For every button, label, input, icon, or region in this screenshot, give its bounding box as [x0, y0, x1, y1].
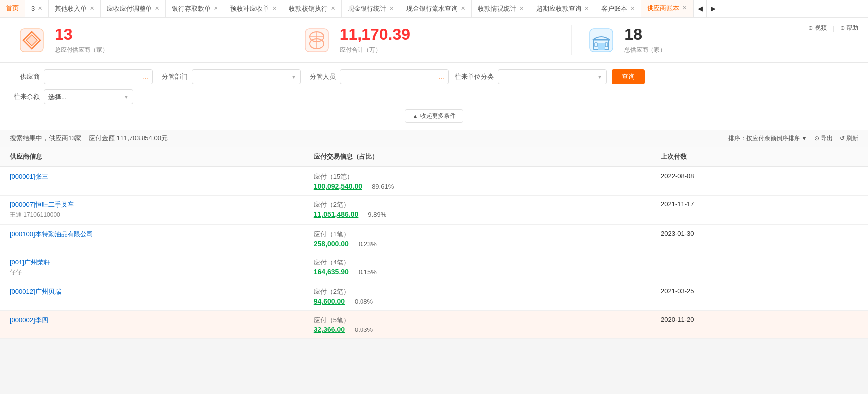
- nav-tab-other-income-label: 其他收入单: [55, 4, 87, 13]
- nav-tab-collection-exec[interactable]: 收款核销执行 ✕: [283, 0, 342, 18]
- svg-rect-10: [598, 43, 605, 50]
- help-link[interactable]: ⊙ 帮助: [840, 24, 858, 32]
- summary-content-payable-suppliers: 13 总应付供应商（家）: [55, 26, 108, 54]
- supplier-input[interactable]: [48, 73, 143, 81]
- result-amount-text: 应付金额 111,703,854.00元: [89, 134, 168, 142]
- category-select-wrapper[interactable]: ▼: [498, 69, 607, 84]
- nav-tab-other-income[interactable]: 其他收入单 ✕: [49, 0, 101, 18]
- result-summary: 搜索结果中，供应商13家 应付金额 111,703,854.00元: [10, 134, 168, 143]
- refresh-icon: ↺: [840, 135, 845, 142]
- collapse-button[interactable]: ▲ 收起更多条件: [405, 109, 463, 123]
- filter-area: 供应商 ... 分管部门 ▼ 分管人员 ...: [0, 63, 868, 130]
- nav-tab-supplier-account-close[interactable]: ✕: [682, 5, 687, 11]
- payable-amount[interactable]: 94,600.00: [314, 297, 345, 305]
- nav-tab-cash-bank-stat[interactable]: 现金银行统计 ✕: [342, 0, 400, 18]
- nav-tab-cash-bank-stat-close[interactable]: ✕: [389, 5, 394, 12]
- export-button[interactable]: ⊙ 导出: [814, 134, 833, 143]
- dept-select-wrapper[interactable]: ▼: [192, 69, 301, 84]
- video-link[interactable]: ⊙ 视频: [808, 24, 826, 32]
- table-row: [000100]本特勤油品有限公司 应付（1笔） 258,000.00 0.23…: [0, 225, 868, 253]
- supplier-sub-info: 王通 17106110000: [10, 211, 294, 219]
- links-divider: |: [833, 25, 834, 32]
- supplier-filter-group: 供应商 ...: [10, 69, 153, 84]
- nav-tab-overdue-query[interactable]: 超期应收款查询 ✕: [530, 0, 595, 18]
- nav-tab-customer-account[interactable]: 客户账本 ✕: [595, 0, 641, 18]
- nav-tab-home[interactable]: 首页: [0, 0, 25, 18]
- filter-row-1: 供应商 ... 分管部门 ▼ 分管人员 ...: [10, 69, 858, 84]
- nav-tab-cash-bank-flow-close[interactable]: ✕: [461, 5, 465, 12]
- supplier-link[interactable]: [000007]恒旺二手叉车: [10, 201, 74, 208]
- col-header-supplier-info: 供应商信息: [0, 147, 304, 167]
- supplier-link[interactable]: [000002]李四: [10, 316, 48, 324]
- supplier-input-wrapper[interactable]: ...: [44, 69, 153, 84]
- balance-filter-label: 往来余额: [10, 92, 40, 101]
- nav-tab-bank-deposit-close[interactable]: ✕: [214, 5, 218, 12]
- category-filter-group: 往来单位分类 ▼: [454, 69, 607, 84]
- nav-tab-other-income-close[interactable]: ✕: [90, 5, 94, 12]
- nav-arrow-right[interactable]: ▶: [706, 0, 719, 18]
- payable-amount[interactable]: 258,000.00: [314, 240, 349, 248]
- summary-item-payable-total: 11,170.39 应付合计（万）: [287, 25, 572, 55]
- nav-tab-bank-deposit-label: 银行存取款单: [172, 4, 211, 13]
- nav-tab-3-close[interactable]: ✕: [38, 5, 42, 12]
- nav-tab-collection-stat[interactable]: 收款情况统计 ✕: [472, 0, 530, 18]
- last-pay-date: 2022-08-08: [661, 172, 694, 180]
- balance-select-wrapper[interactable]: 选择... ▼: [44, 89, 133, 104]
- person-dots[interactable]: ...: [438, 73, 444, 81]
- table-row: [000002]李四 应付（5笔） 32,366.00 0.03% 2020-1…: [0, 311, 868, 339]
- table-row: [001]广州荣轩仔仔 应付（4笔） 164,635.90 0.15%: [0, 253, 868, 282]
- nav-tab-customer-account-label: 客户账本: [601, 4, 627, 13]
- col-header-payable-info: 应付交易信息（占比）: [304, 147, 651, 167]
- supplier-filter-label: 供应商: [10, 72, 40, 81]
- total-suppliers-number: 18: [624, 26, 666, 43]
- refresh-button[interactable]: ↺ 刷新: [840, 134, 858, 143]
- sort-dropdown-icon[interactable]: ▼: [801, 135, 807, 142]
- table-row: [000007]恒旺二手叉车王通 17106110000 应付（2笔） 11,0…: [0, 196, 868, 225]
- nav-arrow-left[interactable]: ◀: [693, 0, 706, 18]
- store-icon: [586, 25, 616, 55]
- balance-select[interactable]: 选择...: [48, 93, 122, 101]
- nav-tab-payable-adjust-close[interactable]: ✕: [155, 5, 159, 12]
- payable-label: 应付（2笔）: [314, 287, 641, 296]
- nav-tab-supplier-account[interactable]: 供应商账本 ✕: [641, 0, 693, 18]
- payable-suppliers-number: 13: [55, 26, 108, 43]
- person-filter-label: 分管人员: [306, 72, 336, 81]
- payable-amount[interactable]: 100,092,540.00: [314, 182, 362, 190]
- col-header-last-pay: 上次付数: [651, 147, 868, 167]
- query-button[interactable]: 查询: [612, 69, 645, 84]
- supplier-link[interactable]: [000100]本特勤油品有限公司: [10, 230, 93, 238]
- nav-tab-collection-exec-close[interactable]: ✕: [331, 5, 335, 12]
- total-suppliers-label: 总供应商（家）: [624, 46, 666, 54]
- nav-tab-overdue-query-close[interactable]: ✕: [584, 5, 589, 12]
- payable-amount[interactable]: 32,366.00: [314, 326, 345, 333]
- nav-tab-advance-offset-close[interactable]: ✕: [272, 5, 277, 12]
- result-actions: 排序：按应付余额倒序排序 ▼ ⊙ 导出 ↺ 刷新: [728, 134, 858, 143]
- supplier-link[interactable]: [000012]广州贝瑞: [10, 288, 61, 295]
- dept-select[interactable]: [196, 73, 289, 81]
- category-select[interactable]: [502, 73, 595, 81]
- payable-amount[interactable]: 11,051,486.00: [314, 210, 359, 218]
- payable-percent: 89.61%: [372, 183, 394, 190]
- person-input[interactable]: [344, 73, 438, 81]
- supplier-link[interactable]: [001]广州荣轩: [10, 259, 50, 266]
- supplier-dots[interactable]: ...: [143, 73, 148, 81]
- last-pay-date: 2021-03-25: [661, 287, 694, 295]
- supplier-link[interactable]: [000001]张三: [10, 173, 48, 180]
- payable-amount[interactable]: 164,635.90: [314, 268, 349, 276]
- filter-row-2: 往来余额 选择... ▼: [10, 89, 858, 104]
- result-summary-text: 搜索结果中，供应商13家: [10, 134, 81, 142]
- nav-tab-cash-bank-stat-label: 现金银行统计: [348, 4, 386, 13]
- dept-filter-label: 分管部门: [158, 72, 188, 81]
- nav-tab-collection-stat-close[interactable]: ✕: [519, 5, 524, 12]
- nav-tab-cash-bank-flow[interactable]: 现金银行流水查询 ✕: [400, 0, 472, 18]
- nav-tab-customer-account-close[interactable]: ✕: [630, 5, 635, 12]
- payable-suppliers-label: 总应付供应商（家）: [55, 46, 108, 54]
- supplier-sub-info: 仔仔: [10, 268, 294, 277]
- nav-tab-advance-offset[interactable]: 预收冲应收单 ✕: [224, 0, 283, 18]
- nav-tab-bank-deposit[interactable]: 银行存取款单 ✕: [166, 0, 224, 18]
- person-input-wrapper[interactable]: ...: [340, 69, 449, 84]
- nav-tab-payable-adjust[interactable]: 应收应付调整单 ✕: [101, 0, 166, 18]
- export-icon: ⊙: [814, 135, 819, 142]
- nav-tab-collection-stat-label: 收款情况统计: [478, 4, 516, 13]
- nav-tab-3[interactable]: 3 ✕: [25, 0, 49, 18]
